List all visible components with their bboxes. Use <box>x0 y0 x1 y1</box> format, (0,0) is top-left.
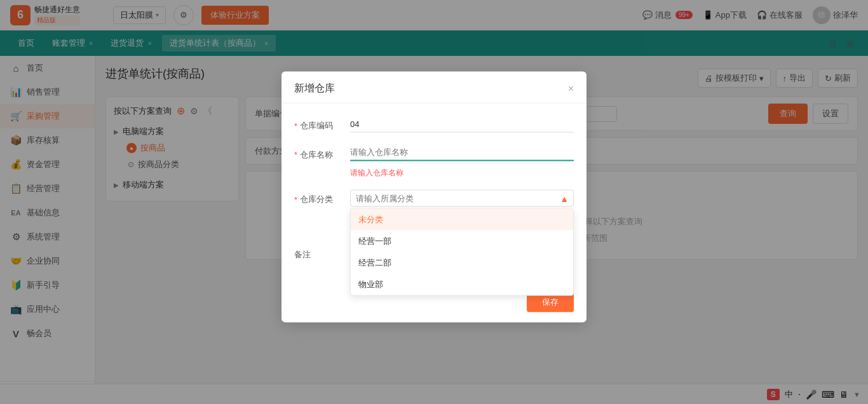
add-warehouse-modal: 新增仓库 × * 仓库编码 * 仓库名称 请输入仓库名称 <box>281 72 587 323</box>
warehouse-code-input[interactable] <box>350 116 574 133</box>
dropdown-item-3[interactable]: 物业部 <box>351 274 573 295</box>
category-select-wrap: ▲ 未分类 经营一部 经营二部 物业部 <box>350 190 574 207</box>
form-row-code: * 仓库编码 <box>294 116 574 133</box>
form-label-code: * 仓库编码 <box>294 116 345 131</box>
form-label-remark: 备注 <box>294 245 345 260</box>
form-row-name: * 仓库名称 请输入仓库名称 <box>294 144 574 178</box>
name-error-message: 请输入仓库名称 <box>350 168 403 178</box>
name-field-wrap <box>350 144 574 161</box>
dropdown-item-1[interactable]: 经营一部 <box>351 231 573 252</box>
category-dropdown: 未分类 经营一部 经营二部 物业部 <box>350 208 574 296</box>
warehouse-name-input[interactable] <box>350 144 574 161</box>
modal-body: * 仓库编码 * 仓库名称 请输入仓库名称 * <box>281 104 587 286</box>
category-input[interactable] <box>350 190 574 207</box>
modal-title: 新增仓库 <box>294 82 335 95</box>
form-label-category: * 仓库分类 <box>294 190 345 205</box>
modal-close-button[interactable]: × <box>568 83 574 94</box>
category-chevron-icon[interactable]: ▲ <box>560 193 569 203</box>
form-row-category: * 仓库分类 ▲ 未分类 经营一部 经营二部 物业部 <box>294 190 574 207</box>
dropdown-item-0[interactable]: 未分类 <box>351 209 573 231</box>
form-label-name: * 仓库名称 <box>294 145 345 160</box>
dropdown-item-2[interactable]: 经营二部 <box>351 252 573 274</box>
modal-header: 新增仓库 × <box>281 72 587 104</box>
